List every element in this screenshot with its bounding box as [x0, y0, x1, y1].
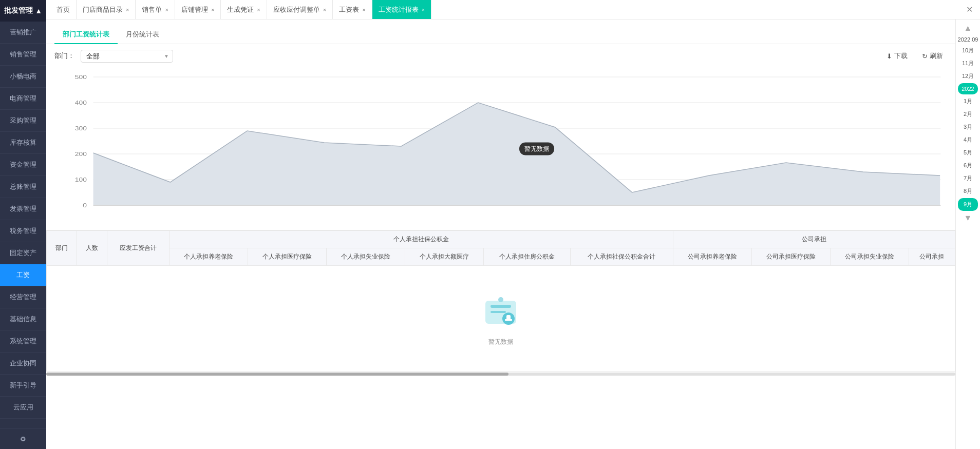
- tab-close-icon[interactable]: ×: [422, 7, 425, 13]
- sidebar-item-营销推广[interactable]: 营销推广: [0, 22, 46, 44]
- tabs-bar-actions: ✕: [963, 5, 976, 14]
- table-container[interactable]: 部门 人数 应发工资合计 个人承担社保公积金 公司承担 个人承担养老保险 个人承…: [46, 230, 955, 449]
- timeline-item-8[interactable]: 8月: [956, 185, 980, 198]
- page-content: 部门工资统计表 月份统计表 部门： 全部 ⬇ 下载: [46, 19, 955, 449]
- sidebar-item-固定资产[interactable]: 固定资产: [0, 242, 46, 264]
- timeline-item-6[interactable]: 6月: [956, 159, 980, 172]
- col-group-personal: 个人承担社保公积金: [169, 231, 673, 248]
- sidebar-item-新手引导[interactable]: 新手引导: [0, 375, 46, 397]
- tab-工资表[interactable]: 工资表×: [333, 0, 372, 19]
- sidebar-item-经营管理[interactable]: 经营管理: [0, 286, 46, 308]
- empty-state-icon: [480, 290, 521, 331]
- sidebar-header[interactable]: 批发管理 ▲: [0, 0, 46, 22]
- timeline-item-4[interactable]: 4月: [956, 133, 980, 146]
- close-all-tabs-button[interactable]: ✕: [963, 5, 976, 14]
- timeline-item-7[interactable]: 7月: [956, 172, 980, 185]
- toolbar-left: 部门： 全部: [54, 50, 173, 63]
- stats-table: 部门 人数 应发工资合计 个人承担社保公积金 公司承担 个人承担养老保险 个人承…: [46, 230, 955, 372]
- timeline-item-1[interactable]: 1月: [956, 95, 980, 108]
- timeline-item-9[interactable]: 9月: [958, 198, 978, 211]
- sub-tabs: 部门工资统计表 月份统计表: [46, 19, 955, 44]
- sidebar-settings[interactable]: ⚙: [0, 428, 46, 449]
- empty-row: 暂无数据: [47, 266, 955, 372]
- sidebar-item-采购管理[interactable]: 采购管理: [0, 110, 46, 132]
- sidebar-item-云应用[interactable]: 云应用: [0, 397, 46, 419]
- refresh-button[interactable]: ↻ 刷新: [918, 49, 947, 63]
- svg-text:100: 100: [75, 177, 87, 183]
- tab-销售单[interactable]: 销售单×: [136, 0, 175, 19]
- svg-text:500: 500: [75, 74, 87, 80]
- tab-label: 首页: [56, 5, 70, 14]
- tab-close-icon[interactable]: ×: [211, 7, 214, 13]
- tab-close-icon[interactable]: ×: [257, 7, 260, 13]
- tab-首页[interactable]: 首页: [50, 0, 77, 19]
- sidebar-item-工资[interactable]: 工资: [0, 264, 46, 286]
- tab-label: 销售单: [142, 5, 162, 14]
- sidebar-item-总账管理[interactable]: 总账管理: [0, 176, 46, 198]
- tab-工资统计报表[interactable]: 工资统计报表×: [372, 0, 431, 19]
- timeline-item-3[interactable]: 3月: [956, 121, 980, 133]
- col-personal-housing-fund: 个人承担住房公积金: [484, 248, 571, 266]
- sidebar-item-发票管理[interactable]: 发票管理: [0, 198, 46, 220]
- col-personal-medical: 个人承担医疗保险: [248, 248, 327, 266]
- col-company-medical: 公司承担医疗保险: [751, 248, 830, 266]
- svg-rect-19: [505, 319, 512, 321]
- col-personal-major-medical: 个人承担大额医疗: [405, 248, 484, 266]
- timeline-panel: ▲ 2022.09 10月 11月 12月 2022 1月 2月 3月 4月 5…: [955, 19, 980, 449]
- col-personal-unemployment: 个人承担失业保险: [327, 248, 405, 266]
- sidebar-item-基础信息[interactable]: 基础信息: [0, 308, 46, 330]
- timeline-year-2022[interactable]: 2022: [958, 83, 978, 94]
- tab-label: 工资统计报表: [379, 5, 419, 14]
- timeline-up-nav[interactable]: ▲: [962, 22, 974, 35]
- timeline-item-10[interactable]: 10月: [956, 44, 980, 57]
- col-company-unemployment: 公司承担失业保险: [830, 248, 909, 266]
- sidebar-item-税务管理[interactable]: 税务管理: [0, 220, 46, 242]
- tab-close-icon[interactable]: ×: [362, 7, 365, 13]
- tab-应收应付调整单[interactable]: 应收应付调整单×: [267, 0, 333, 19]
- tab-department-stats[interactable]: 部门工资统计表: [54, 26, 118, 44]
- tab-close-icon[interactable]: ×: [165, 7, 168, 13]
- empty-text: 暂无数据: [488, 338, 513, 346]
- gear-icon: ⚙: [20, 435, 26, 443]
- download-button[interactable]: ⬇ 下载: [882, 49, 912, 63]
- department-select[interactable]: 全部: [81, 50, 173, 63]
- timeline-item-5[interactable]: 5月: [956, 146, 980, 159]
- chart-svg-area: 500 400 300 200 100 0: [54, 72, 947, 226]
- svg-rect-16: [491, 311, 506, 313]
- tab-close-icon[interactable]: ×: [323, 7, 326, 13]
- timeline-current-year: 2022.09: [956, 35, 980, 44]
- tab-店铺管理[interactable]: 店铺管理×: [175, 0, 221, 19]
- sidebar: 批发管理 ▲ 营销推广销售管理小畅电商电商管理采购管理库存核算资金管理总账管理发…: [0, 0, 46, 449]
- tab-label: 生成凭证: [227, 5, 254, 14]
- timeline-item-12[interactable]: 12月: [956, 70, 980, 83]
- sidebar-item-企业协同[interactable]: 企业协同: [0, 353, 46, 375]
- tab-门店商品目录[interactable]: 门店商品目录×: [77, 0, 136, 19]
- refresh-label: 刷新: [930, 51, 943, 61]
- tab-label: 店铺管理: [181, 5, 208, 14]
- toolbar: 部门： 全部 ⬇ 下载 ↻ 刷新: [46, 44, 955, 68]
- col-group-company: 公司承担: [673, 231, 955, 248]
- refresh-icon: ↻: [922, 52, 928, 60]
- svg-text:400: 400: [75, 100, 87, 106]
- content-area: 部门工资统计表 月份统计表 部门： 全部 ⬇ 下载: [46, 19, 980, 449]
- timeline-item-11[interactable]: 11月: [956, 57, 980, 70]
- svg-text:0: 0: [83, 202, 87, 208]
- tab-monthly-stats[interactable]: 月份统计表: [118, 26, 167, 44]
- svg-text:200: 200: [75, 151, 87, 157]
- sidebar-item-电商管理[interactable]: 电商管理: [0, 88, 46, 110]
- sidebar-item-销售管理[interactable]: 销售管理: [0, 44, 46, 66]
- sidebar-item-库存核算[interactable]: 库存核算: [0, 132, 46, 154]
- col-company-pension: 公司承担养老保险: [673, 248, 751, 266]
- sidebar-item-资金管理[interactable]: 资金管理: [0, 154, 46, 176]
- svg-point-20: [498, 297, 503, 302]
- sidebar-item-小畅电商[interactable]: 小畅电商: [0, 66, 46, 88]
- sidebar-collapse-icon: ▲: [35, 7, 42, 15]
- sidebar-item-系统管理[interactable]: 系统管理: [0, 330, 46, 353]
- tab-生成凭证[interactable]: 生成凭证×: [221, 0, 267, 19]
- no-data-badge: 暂无数据: [519, 143, 554, 155]
- timeline-down-nav[interactable]: ▼: [962, 211, 974, 225]
- tab-close-icon[interactable]: ×: [126, 7, 129, 13]
- timeline-item-2[interactable]: 2月: [956, 108, 980, 121]
- col-personal-pension: 个人承担养老保险: [169, 248, 248, 266]
- download-label: 下载: [894, 51, 908, 61]
